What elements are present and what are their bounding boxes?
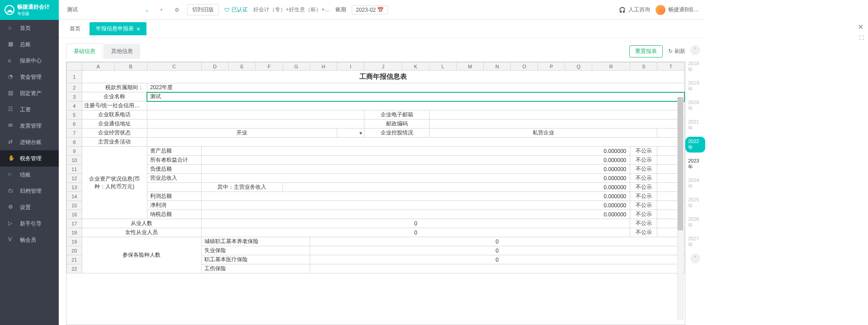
- year-option[interactable]: 2024年: [685, 176, 705, 191]
- col-L[interactable]: L: [429, 62, 457, 71]
- row-header[interactable]: 7: [67, 129, 82, 138]
- cell-dropdown[interactable]: 不公示: [630, 165, 657, 174]
- nav-guide[interactable]: ▷新手引导: [0, 215, 59, 232]
- year-option[interactable]: 2020年: [685, 98, 705, 114]
- year-up-button[interactable]: ˄: [690, 45, 700, 55]
- row-header[interactable]: 2: [67, 83, 82, 92]
- scroll-thumb[interactable]: [678, 97, 683, 230]
- cell-dropdown[interactable]: 不公示: [630, 192, 657, 201]
- cell-dropdown[interactable]: 不公示: [630, 219, 657, 228]
- period-picker[interactable]: 2023-02 📅: [352, 5, 388, 14]
- nav-archive[interactable]: 🗀归档管理: [0, 183, 59, 199]
- cell-value[interactable]: 0: [310, 246, 684, 255]
- tab-home[interactable]: 首页: [63, 22, 87, 35]
- col-F[interactable]: F: [255, 62, 283, 71]
- col-C[interactable]: C: [147, 62, 201, 71]
- settings-button[interactable]: ⚙: [172, 5, 182, 15]
- nav-close[interactable]: ⏍结账: [0, 167, 59, 183]
- cell-dropdown[interactable]: 开业: [147, 129, 337, 138]
- col-K[interactable]: K: [402, 62, 429, 71]
- row-header[interactable]: 12: [67, 174, 82, 183]
- row-header[interactable]: 15: [67, 201, 82, 210]
- year-option[interactable]: 2023年: [685, 156, 705, 172]
- col-N[interactable]: N: [484, 62, 511, 71]
- refresh-button[interactable]: ↻ 刷新: [668, 48, 685, 55]
- col-O[interactable]: O: [511, 62, 538, 71]
- cell-dropdown[interactable]: 不公示: [630, 174, 657, 183]
- cell-dropdown[interactable]: 不公示: [630, 183, 657, 192]
- cell-value[interactable]: 2022年度: [147, 83, 684, 92]
- col-G[interactable]: G: [283, 62, 310, 71]
- cell-value[interactable]: 0.000000: [201, 147, 630, 156]
- subtab-basic[interactable]: 基础信息: [66, 43, 103, 59]
- nav-tax[interactable]: ✋税务管理: [0, 150, 59, 167]
- nav-asset[interactable]: ▤固定资产: [0, 85, 59, 101]
- nav-fund[interactable]: ◔资金管理: [0, 69, 59, 85]
- close-tab-button[interactable]: ✕: [855, 22, 865, 32]
- row-header[interactable]: 8: [67, 138, 82, 147]
- cell-value[interactable]: 0.000000: [201, 174, 630, 183]
- cell-value[interactable]: 0: [310, 237, 684, 246]
- cell-dropdown[interactable]: 不公示: [630, 210, 657, 219]
- year-option[interactable]: 2027年: [685, 234, 705, 250]
- col-P[interactable]: P: [538, 62, 565, 71]
- cell-input[interactable]: [147, 119, 364, 129]
- row-header[interactable]: 16: [67, 210, 82, 219]
- support-link[interactable]: 🎧 人工咨询: [619, 6, 650, 14]
- year-option[interactable]: 2021年: [685, 117, 705, 133]
- cell-input[interactable]: [147, 138, 684, 147]
- cell-value[interactable]: 0.000000: [201, 156, 630, 165]
- nav-salary[interactable]: ☷工资: [0, 101, 59, 118]
- col-D[interactable]: D: [201, 62, 228, 71]
- col-A[interactable]: A: [82, 62, 114, 71]
- subtab-other[interactable]: 其他信息: [104, 44, 140, 59]
- year-option[interactable]: 2025年: [685, 195, 705, 211]
- row-header[interactable]: 11: [67, 165, 82, 174]
- nav-setting[interactable]: ⚙设置: [0, 199, 59, 215]
- reset-button[interactable]: 重置报表: [629, 45, 663, 57]
- user-menu[interactable]: 畅捷通B组…: [656, 5, 699, 15]
- add-button[interactable]: ＋: [156, 5, 166, 15]
- row-header[interactable]: 20: [67, 246, 82, 255]
- row-header[interactable]: 6: [67, 119, 82, 129]
- cell-dropdown[interactable]: 不公示: [630, 156, 657, 165]
- scrollbar-vertical[interactable]: [677, 97, 684, 320]
- row-header[interactable]: 9: [67, 147, 82, 156]
- cell-value[interactable]: 0.000000: [283, 183, 630, 192]
- col-M[interactable]: M: [457, 62, 484, 71]
- corner-cell[interactable]: [67, 62, 82, 71]
- row-header[interactable]: 10: [67, 156, 82, 165]
- cell-input[interactable]: [429, 110, 684, 119]
- nav-vip[interactable]: V畅会员: [0, 232, 59, 248]
- cell-input[interactable]: [147, 101, 684, 110]
- cell-dropdown[interactable]: 私营企业: [429, 129, 657, 138]
- spreadsheet[interactable]: ABCDEFGHIJKLMNOPQRST 1工商年报信息表 2税款所属期间：20…: [66, 62, 685, 325]
- year-down-button[interactable]: ˅: [690, 253, 700, 263]
- cell-dropdown[interactable]: 不公示: [630, 147, 657, 156]
- col-J[interactable]: J: [364, 62, 402, 71]
- col-H[interactable]: H: [310, 62, 337, 71]
- row-header[interactable]: 13: [67, 183, 82, 192]
- col-I[interactable]: I: [337, 62, 364, 71]
- cell-value[interactable]: 0.000000: [201, 210, 630, 219]
- year-option[interactable]: 2026年: [685, 215, 705, 230]
- row-header[interactable]: 5: [67, 110, 82, 119]
- nav-home[interactable]: ⌂首页: [0, 20, 59, 36]
- company-dropdown[interactable]: 测试⌄: [65, 4, 151, 16]
- tab-annual-report[interactable]: 年报信息申报表×: [90, 22, 146, 35]
- cell-value[interactable]: 0.000000: [201, 201, 630, 210]
- row-header[interactable]: 1: [67, 71, 82, 83]
- cell-value[interactable]: 0.000000: [201, 165, 630, 174]
- dropdown-toggle[interactable]: [337, 129, 364, 138]
- row-header[interactable]: 19: [67, 237, 82, 246]
- col-R[interactable]: R: [592, 62, 630, 71]
- col-S[interactable]: S: [630, 62, 657, 71]
- cell-dropdown[interactable]: 不公示: [630, 228, 657, 237]
- col-B[interactable]: B: [114, 62, 147, 71]
- nav-stock[interactable]: ⇄进销台账: [0, 134, 59, 150]
- cell-value[interactable]: 0.000000: [201, 192, 630, 201]
- row-header[interactable]: 4: [67, 101, 82, 110]
- col-Q[interactable]: Q: [565, 62, 592, 71]
- col-T[interactable]: T: [657, 62, 684, 71]
- company-name-cell[interactable]: 测试: [147, 92, 684, 101]
